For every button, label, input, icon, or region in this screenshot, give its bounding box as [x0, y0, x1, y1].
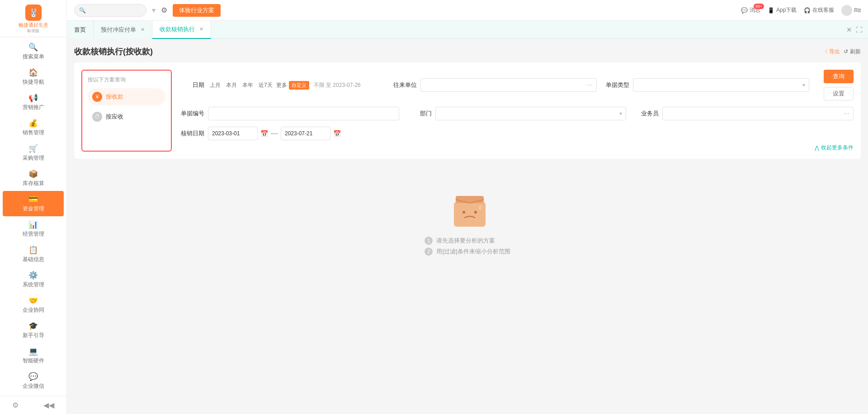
export-icon: ↑ [825, 48, 827, 55]
filter-billno-group: 单据编号 [179, 107, 399, 120]
writeoff-date-inputs: 📅 — 📅 [208, 127, 854, 140]
svg-point-3 [474, 211, 477, 214]
tab-home[interactable]: 首页 [67, 21, 94, 39]
sidebar-item-basicinfo[interactable]: 📋 基础信息 [0, 242, 66, 267]
date-btn-thisyear[interactable]: 本年 [241, 81, 255, 90]
sidebar-item-search[interactable]: 🔍 搜索菜单 [0, 39, 66, 64]
app-download-btn[interactable]: 📱 App下载 [768, 6, 797, 14]
sidebar-item-hardware[interactable]: 💻 智能硬件 [0, 343, 66, 368]
writeoff-date-start-input[interactable] [208, 127, 258, 140]
user-avatar [841, 5, 852, 16]
sidebar-item-operation[interactable]: 📊 经营管理 [0, 216, 66, 242]
date-custom-badge[interactable]: 自定义 [289, 81, 309, 90]
refresh-button[interactable]: ↺ 刷新 [844, 48, 861, 56]
tab-prepay-close-icon[interactable]: ✕ [141, 27, 145, 33]
operation-icon: 📊 [28, 220, 38, 229]
billtype-select[interactable]: ▾ [633, 78, 809, 92]
app-logo-icon[interactable]: 🐰 [25, 5, 42, 21]
sidebar-item-enterprise[interactable]: 🤝 企业协同 [0, 292, 66, 318]
writeoff-end-calendar-icon[interactable]: 📅 [333, 130, 341, 137]
sidebar-item-marketing[interactable]: 📢 营销推广 [0, 90, 66, 115]
content-area: 收款核销执行(按收款) ↑ 导出 ↺ 刷新 按以下方案查询 ¥ 按收款 [67, 39, 868, 414]
tabbar-close-all-icon[interactable]: ✕ [846, 26, 852, 34]
date-btn-lastmonth[interactable]: 上月 [208, 81, 222, 90]
writeoff-date-end-input[interactable] [281, 127, 330, 140]
empty-state: 1 请先选择要分析的方案 2 用[过滤]条件来缩小分析范围 [74, 159, 861, 283]
receipt-option-icon: ¥ [92, 92, 102, 102]
app-version-badge: 标准版 [27, 28, 39, 34]
receivable-option-icon: ⏱ [92, 112, 102, 122]
billno-label: 单据编号 [179, 109, 204, 118]
filter-option-by-receipt[interactable]: ¥ 按收款 [88, 88, 165, 105]
tabbar-expand-icon[interactable]: ⛶ [856, 26, 863, 33]
sidebar-item-label: 智能硬件 [23, 357, 44, 365]
billno-input[interactable] [208, 107, 399, 120]
sidebar-bottom: ⚙ ◀◀ [0, 396, 66, 414]
date-btn-more[interactable]: 更多 [276, 81, 287, 89]
sidebar-item-label: 资金管理 [23, 205, 44, 213]
wechat-icon: 💬 [28, 372, 38, 381]
receipt-option-label: 按收款 [106, 93, 123, 101]
partner-select[interactable]: ··· [420, 78, 597, 92]
sidebar-item-purchase[interactable]: 🛒 采购管理 [0, 140, 66, 166]
writeoff-start-calendar-icon[interactable]: 📅 [260, 130, 268, 137]
message-btn[interactable]: 💬 消息 99+ [741, 6, 760, 14]
system-icon: ⚙️ [28, 271, 38, 280]
page-actions: ↑ 导出 ↺ 刷新 [825, 48, 861, 56]
dept-select[interactable]: ▾ [435, 107, 627, 120]
filter-panel-title: 按以下方案查询 [88, 76, 165, 84]
settings-bottom-icon[interactable]: ⚙ [12, 401, 19, 409]
export-button[interactable]: ↑ 导出 [825, 48, 840, 56]
filter-option-by-receivable[interactable]: ⏱ 按应收 [88, 108, 165, 125]
collapse-sidebar-icon[interactable]: ◀◀ [43, 401, 54, 409]
tab-receipt[interactable]: 收款核销执行 ✕ [152, 21, 211, 39]
filter-row-3: 核销日期 📅 — 📅 [179, 127, 854, 140]
hint-text-2: 用[过滤]条件来缩小分析范围 [436, 247, 510, 256]
filter-panel: 按以下方案查询 ¥ 按收款 ⏱ 按应收 日期 [74, 62, 861, 159]
staff-select[interactable]: ··· [662, 107, 854, 120]
sidebar-item-shortcut[interactable]: 🏠 快捷导航 [0, 64, 66, 90]
filter-writeoffdate-group: 核销日期 📅 — 📅 [179, 127, 854, 140]
svg-point-4 [479, 205, 481, 210]
sidebar-item-system[interactable]: ⚙️ 系统管理 [0, 267, 66, 292]
enterprise-icon: 🤝 [28, 296, 38, 305]
collapse-more-btn[interactable]: ⋀ 收起更多条件 [179, 144, 854, 152]
capital-icon: 💳 [28, 195, 38, 204]
sidebar-item-inventory[interactable]: 📦 库存核算 [0, 166, 66, 191]
user-menu[interactable]: Rit [841, 5, 861, 16]
page-title: 收款核销执行(按收款) [74, 46, 153, 57]
sidebar: 🐰 畅捷通好生意 标准版 🔍 搜索菜单 🏠 快捷导航 📢 营销推广 💰 销售管理… [0, 0, 67, 414]
industry-btn[interactable]: 体验行业方案 [173, 4, 221, 17]
chevron-up-icon: ⋀ [815, 145, 819, 151]
topbar-dropdown-icon[interactable]: ▾ [152, 6, 156, 14]
marketing-icon: 📢 [28, 93, 38, 103]
staff-dots-icon[interactable]: ··· [844, 109, 849, 118]
inventory-icon: 📦 [28, 169, 38, 179]
tab-prepay[interactable]: 预付冲应付单 ✕ [94, 21, 152, 39]
date-btn-7days[interactable]: 近7天 [257, 81, 274, 90]
topbar-gear-icon[interactable]: ⚙ [161, 6, 167, 14]
sidebar-item-label: 采购管理 [23, 154, 44, 162]
partner-dots-icon[interactable]: ··· [587, 81, 593, 89]
query-button[interactable]: 查询 [824, 70, 854, 83]
date-btn-thismonth[interactable]: 本月 [224, 81, 239, 90]
topbar-search-box[interactable]: 🔍 [74, 4, 146, 17]
sidebar-item-sales[interactable]: 💰 销售管理 [0, 115, 66, 140]
sidebar-item-label: 经营管理 [23, 230, 44, 238]
sidebar-item-wechat[interactable]: 💬 企业微信 [0, 368, 66, 394]
sidebar-item-label: 企业协同 [23, 306, 44, 314]
billtype-label: 单据类型 [604, 81, 629, 89]
tab-receipt-close-icon[interactable]: ✕ [199, 26, 203, 32]
sidebar-item-guide[interactable]: 🎓 新手引导 [0, 318, 66, 343]
refresh-icon: ↺ [844, 48, 848, 55]
writeoffdate-label: 核销日期 [179, 129, 204, 138]
settings-button[interactable]: 设置 [824, 87, 854, 100]
dept-dropdown-icon[interactable]: ▾ [619, 110, 622, 117]
sidebar-item-capital[interactable]: 💳 资金管理 [3, 191, 64, 216]
collapse-btn-label: 收起更多条件 [821, 144, 854, 152]
empty-hint-2: 2 用[过滤]条件来缩小分析范围 [425, 247, 510, 256]
online-service-btn[interactable]: 🎧 在线客服 [804, 6, 834, 14]
billtype-dropdown-icon[interactable]: ▾ [802, 82, 805, 88]
hint-num-2: 2 [425, 247, 433, 256]
home-icon: 🏠 [28, 68, 38, 77]
